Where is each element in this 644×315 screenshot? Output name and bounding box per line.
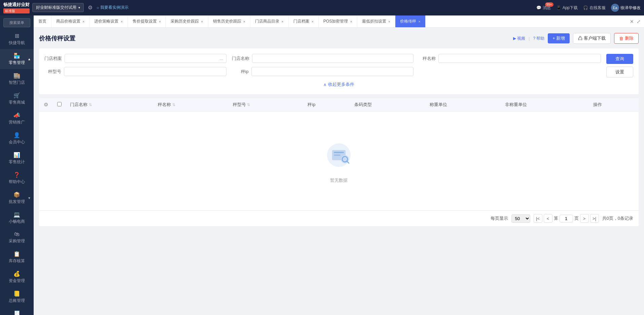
tab-sale-extract[interactable]: 售价提取设置 × (128, 15, 166, 27)
tab-price-scale[interactable]: 价格传秤 × (395, 15, 425, 27)
th-non-weight-unit: 非称重单位 (501, 98, 589, 111)
help-circle-icon: ? (533, 36, 535, 41)
message-btn[interactable]: 💬 消息 99+ (536, 5, 551, 11)
app-title: 畅捷通好业财 (3, 2, 30, 8)
download-client-button[interactable]: 凸 客户端下载 (573, 33, 611, 44)
video-link[interactable]: ▶ 视频 (513, 36, 525, 41)
tab-close-icon[interactable]: × (243, 20, 245, 24)
tab-purchase-strategy[interactable]: 进价策略设置 × (90, 15, 128, 27)
th-settings: ⚙ (39, 98, 52, 111)
scale-model-input[interactable] (64, 67, 226, 76)
tab-product-price[interactable]: 商品价格设置 × (51, 15, 90, 27)
sidebar-item-ledger[interactable]: 📒 总账管理 (0, 287, 34, 307)
store-archive-input-wrapper[interactable]: ... (65, 54, 226, 63)
first-page-btn[interactable]: |< (534, 214, 542, 223)
pagination-bar: 每页显示 50 10 20 100 |< < 算 页 > >| 共0页，0条记录 (39, 210, 639, 226)
sidebar-item-member[interactable]: 👤 会员中心 (0, 129, 34, 148)
empty-state: 暂无数据 (39, 111, 639, 210)
delete-button[interactable]: 🗑 删除 (614, 33, 639, 44)
set-button[interactable]: 设置 (606, 67, 633, 77)
sidebar-item-finance[interactable]: 💰 资金管理 (0, 267, 34, 287)
sidebar-item-purchase[interactable]: 🛍 采购管理 (0, 228, 34, 247)
query-button[interactable]: 查询 (606, 54, 633, 64)
sidebar-item-marketing[interactable]: 📣 营销推广 (0, 109, 34, 129)
top-bar-left: 畅捷通好业财 标准版 好业财标准版交付试用 ▾ ⚙ ○ 我要看实例演示 (3, 2, 129, 13)
th-barcode-type: 条码类型 (350, 98, 426, 111)
demo-link[interactable]: ○ 我要看实例演示 (97, 5, 129, 10)
app-download-btn[interactable]: 📱 App下载 (556, 5, 578, 11)
demo-link-text: 我要看实例演示 (100, 5, 129, 10)
tab-store-archive[interactable]: 门店档案 × (289, 15, 319, 27)
sidebar-item-inventory[interactable]: 📋 库存核算 (0, 247, 34, 267)
th-scale-ip: 秤ip (303, 98, 350, 111)
tab-home[interactable]: 首页 (34, 15, 51, 27)
online-service-btn[interactable]: 🎧 在线客服 (583, 5, 606, 11)
tab-close-icon[interactable]: × (312, 20, 314, 24)
tab-store-catalog[interactable]: 门店商品目录 × (250, 15, 288, 27)
store-name-col-label: 门店名称 (70, 102, 87, 107)
close-tab-btn[interactable]: ✕ (630, 19, 634, 24)
svg-rect-3 (334, 154, 341, 156)
store-name-field: 门店名称 (232, 54, 414, 63)
tab-close-icon[interactable]: × (201, 20, 203, 24)
scale-ip-label: 秤ip (232, 69, 249, 75)
sidebar-item-shortcut[interactable]: ⊞ 快捷导航 (0, 29, 34, 49)
product-selector[interactable]: 好业财标准版交付试用 ▾ (32, 3, 84, 12)
selector-settings-icon[interactable]: ⚙ (86, 3, 94, 12)
empty-illustration (322, 138, 356, 172)
sidebar-item-smart-store[interactable]: 🏬 智慧门店 (0, 69, 34, 89)
ellipsis-icon[interactable]: ... (220, 56, 223, 61)
ledger-icon: 📒 (13, 290, 20, 297)
smart-store-icon: 🏬 (13, 72, 20, 79)
add-button-label: + 新增 (552, 35, 565, 41)
last-page-btn[interactable]: >| (590, 214, 599, 223)
table-gear-icon[interactable]: ⚙ (44, 102, 48, 107)
collapse-row[interactable]: ∧ 收起更多条件 (44, 80, 633, 89)
prev-page-btn[interactable]: < (544, 214, 552, 223)
sort-icon[interactable]: ⇅ (247, 103, 250, 107)
sidebar-item-stats[interactable]: 📊 零售统计 (0, 148, 34, 168)
add-button[interactable]: + 新增 (548, 33, 570, 43)
avatar: Ea (611, 4, 619, 12)
sidebar-item-wholesale[interactable]: 📦 批发管理 ▼ (0, 188, 34, 208)
tab-close-icon[interactable]: × (388, 20, 390, 24)
page-size-select[interactable]: 50 10 20 100 (511, 214, 530, 223)
next-page-btn[interactable]: > (580, 214, 589, 223)
scale-name-field: 秤名称 (419, 54, 601, 63)
main-content: 价格传秤设置 ▶ 视频 | ? 帮助 + 新增 凸 客户端下载 🗑 删除 (34, 28, 644, 315)
tab-pos-encrypt[interactable]: POS加密管理 × (319, 15, 357, 27)
sort-icon[interactable]: ⇅ (172, 103, 175, 107)
tab-close-icon[interactable]: × (82, 20, 84, 24)
sidebar-item-retail[interactable]: 🏪 零售管理 ▲ (0, 49, 34, 69)
tab-close-icon[interactable]: × (418, 20, 420, 24)
store-name-input[interactable] (252, 54, 414, 63)
sidebar-nav: ⊞ 快捷导航 🏪 零售管理 ▲ 🏬 智慧门店 🛒 零售商城 📣 营销推广 👤 会… (0, 29, 34, 315)
help-link[interactable]: ? 帮助 (533, 36, 544, 41)
sidebar: 搜索菜单 ⊞ 快捷导航 🏪 零售管理 ▲ 🏬 智慧门店 🛒 零售商城 📣 营销推… (0, 15, 34, 315)
sidebar-search[interactable]: 搜索菜单 (3, 18, 30, 27)
scale-ip-input[interactable] (251, 67, 414, 76)
tab-min-discount[interactable]: 最低折扣设置 × (357, 15, 395, 27)
sort-icon[interactable]: ⇅ (89, 103, 92, 107)
search-row-1: 门店档案 ... 门店名称 秤名称 (44, 54, 601, 63)
tab-close-icon[interactable]: × (350, 20, 352, 24)
tab-purchase-history[interactable]: 采购历史价跟踪 × (166, 15, 208, 27)
sidebar-item-ecommerce[interactable]: 💻 小畅电商 (0, 208, 34, 228)
tab-close-icon[interactable]: × (159, 20, 161, 24)
select-all-checkbox[interactable] (57, 102, 62, 106)
th-scale-name: 秤名称 ⇅ (154, 98, 229, 111)
download-button-label: 凸 客户端下载 (578, 35, 606, 41)
th-store-name: 门店名称 ⇅ (66, 98, 154, 111)
tab-close-icon[interactable]: × (281, 20, 283, 24)
tab-sale-history[interactable]: 销售历史价跟踪 × (208, 15, 250, 27)
invoice-icon: 🧾 (13, 310, 20, 315)
maximize-tab-btn[interactable]: ⤢ (637, 19, 641, 24)
user-info[interactable]: Ea 徐泽华修改 (611, 4, 641, 12)
tab-close-icon[interactable]: × (120, 20, 122, 24)
sidebar-item-online-store[interactable]: 🛒 零售商城 (0, 89, 34, 109)
delete-icon: 🗑 (619, 36, 623, 41)
sidebar-item-help[interactable]: ❓ 帮助中心 (0, 168, 34, 188)
sidebar-item-invoice[interactable]: 🧾 发票管理 (0, 307, 34, 315)
scale-name-input[interactable] (438, 54, 601, 63)
page-input[interactable] (560, 215, 573, 222)
